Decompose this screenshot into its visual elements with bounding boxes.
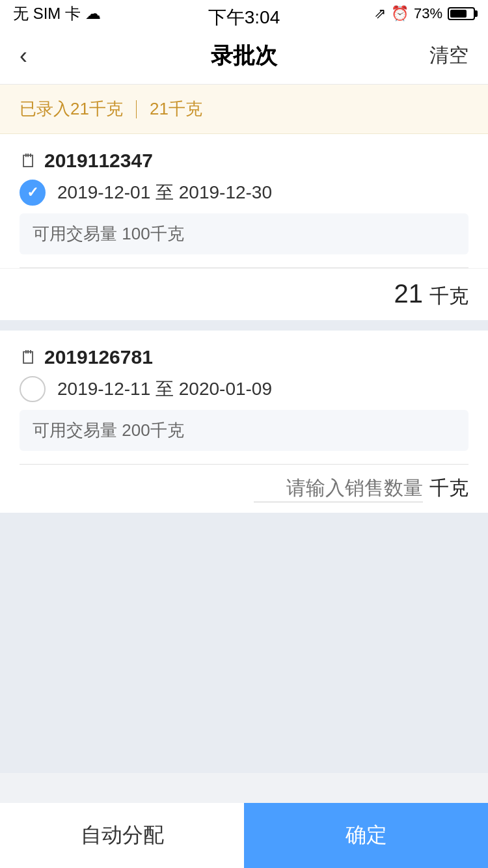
item-1-amount-unit: 千克 (429, 283, 468, 310)
nav-title: 录批次 (211, 41, 277, 71)
sim-label: 无 SIM 卡 ☁ (13, 3, 101, 24)
battery-label: 73% (414, 5, 442, 22)
nav-bar: ‹ 录批次 清空 (0, 27, 488, 85)
item-2-unit: 千克 (429, 475, 468, 502)
quantity-input[interactable] (254, 477, 423, 502)
status-time: 下午3:04 (208, 5, 280, 30)
item-1-radio[interactable] (20, 180, 46, 206)
summary-bar: 已录入21千克 21千克 (0, 85, 488, 134)
back-button[interactable]: ‹ (20, 42, 59, 70)
bottom-bar: 自动分配 确定 (0, 803, 488, 868)
confirm-button[interactable]: 确定 (244, 803, 488, 868)
clear-button[interactable]: 清空 (429, 42, 468, 69)
blue-filler-area (0, 513, 488, 773)
item-1-amount-value: 21 (394, 279, 424, 308)
section-divider (0, 320, 488, 331)
batch-icon-2: 🗒 (20, 347, 38, 368)
item-2-radio[interactable] (20, 376, 46, 402)
battery-fill (450, 10, 467, 18)
item-1-header: 🗒 2019112347 (0, 134, 488, 180)
item-2-id: 2019126781 (44, 346, 153, 368)
status-left: 无 SIM 卡 ☁ (13, 3, 101, 24)
item-1-date-row: 2019-12-01 至 2019-12-30 (0, 180, 488, 213)
batch-item-2: 🗒 2019126781 2019-12-11 至 2020-01-09 可用交… (0, 331, 488, 513)
item-2-date: 2019-12-11 至 2020-01-09 (57, 377, 272, 401)
battery-icon (448, 7, 475, 20)
item-2-input-row: 千克 (0, 465, 488, 513)
location-icon: ⇗ (374, 5, 386, 22)
batch-icon-1: 🗒 (20, 150, 38, 172)
item-1-id: 2019112347 (44, 150, 153, 172)
item-1-date: 2019-12-01 至 2019-12-30 (57, 180, 272, 205)
item-1-amount-row: 21 千克 (0, 268, 488, 320)
auto-distribute-button[interactable]: 自动分配 (0, 803, 244, 868)
summary-divider (136, 100, 137, 118)
recorded-label: 已录入21千克 (20, 98, 123, 120)
alarm-icon: ⏰ (391, 5, 409, 22)
item-2-available: 可用交易量 200千克 (20, 410, 468, 451)
item-2-date-row: 2019-12-11 至 2020-01-09 (0, 376, 488, 410)
batch-item-1: 🗒 2019112347 2019-12-01 至 2019-12-30 可用交… (0, 134, 488, 320)
summary-amount: 21千克 (150, 98, 202, 120)
status-bar: 无 SIM 卡 ☁ 下午3:04 ⇗ ⏰ 73% (0, 0, 488, 27)
item-1-available: 可用交易量 100千克 (20, 213, 468, 254)
item-2-header: 🗒 2019126781 (0, 331, 488, 376)
status-right: ⇗ ⏰ 73% (374, 5, 475, 22)
